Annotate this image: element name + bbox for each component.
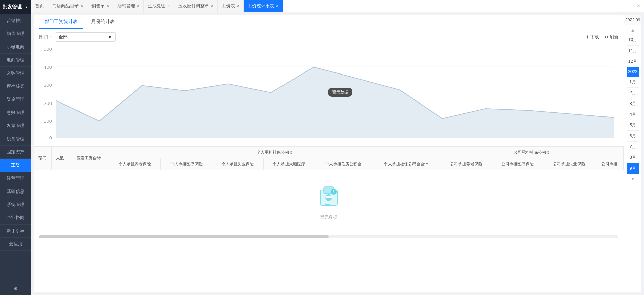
date-item-5月[interactable]: 5月	[627, 120, 639, 131]
col-个人承担养老保险: 个人承担养老保险	[109, 158, 160, 170]
sidebar-item-采购管理[interactable]: 采购管理	[0, 67, 31, 80]
main-area: 首页门店商品目录×销售单×店铺管理×生成凭证×应收应付调整单×工资表×工资统计报…	[31, 0, 644, 295]
tab-close-icon[interactable]: ×	[167, 4, 170, 8]
sidebar: 批发管理 ▲ 营销推广销售管理小畅电商电商管理采购管理库存核算资金管理总账管理发…	[0, 0, 31, 295]
sidebar-item-库存核算[interactable]: 库存核算	[0, 80, 31, 93]
sidebar-item-系统管理[interactable]: 系统管理	[0, 198, 31, 211]
sidebar-item-工资[interactable]: 工资	[0, 159, 31, 172]
tab-close-icon[interactable]: ×	[137, 4, 139, 8]
tab-门店商品目录[interactable]: 门店商品目录×	[48, 0, 87, 12]
chart-tooltip: 暂无数据	[328, 88, 352, 97]
sidebar-item-云应用[interactable]: 云应用	[0, 238, 31, 251]
sub-tab-部门工资统计表[interactable]: 部门工资统计表	[39, 15, 83, 29]
sidebar-item-小畅电商[interactable]: 小畅电商	[0, 40, 31, 54]
date-nav-up-button[interactable]: ▲	[624, 25, 641, 35]
tab-close-icon[interactable]: ×	[276, 4, 278, 8]
col-people: 人数	[51, 147, 69, 170]
content-area: 部门工资统计表月份统计表 部门： 全部 ▼ ⬇ 下载	[31, 12, 644, 295]
date-panel: 2022.09 ▲ 10月11月12月20221月2月3月4月5月6月7月8月9…	[624, 15, 641, 292]
chart-svg: 500 400 300 200 100 0	[39, 45, 618, 146]
empty-state: ? 暂无数据	[34, 170, 624, 234]
table-area[interactable]: 部门 人数 应发工资合计 个人承担社保公积金 公司承担社保公积金 个人承担养老保…	[34, 146, 624, 292]
chart-area: 500 400 300 200 100 0	[34, 45, 624, 146]
scrollbar-thumb[interactable]	[39, 235, 329, 238]
refresh-button[interactable]: ↻ 刷新	[605, 34, 618, 40]
date-panel-header: 2022.09	[624, 15, 641, 25]
date-nav-down-button[interactable]: ▼	[624, 174, 641, 183]
chevron-down-icon: ▼	[108, 35, 112, 40]
col-个人承担住房公积金: 个人承担住房公积金	[315, 158, 372, 170]
col-salary: 应发工资合计	[69, 147, 109, 170]
col-公司承担: 公司承担	[595, 158, 623, 170]
sidebar-item-固定资产[interactable]: 固定资产	[0, 146, 31, 159]
col-公司承担失业保险: 公司承担失业保险	[543, 158, 595, 170]
col-dept: 部门	[34, 147, 52, 170]
sidebar-item-销售管理[interactable]: 销售管理	[0, 27, 31, 40]
col-company-group: 公司承担社保公积金	[440, 147, 624, 158]
sidebar-item-税务管理[interactable]: 税务管理	[0, 132, 31, 146]
toolbar: 部门： 全部 ▼ ⬇ 下载 ↻ 刷新	[34, 29, 624, 45]
tab-销售单[interactable]: 销售单×	[87, 0, 113, 12]
sidebar-item-营销推广[interactable]: 营销推广	[0, 14, 31, 27]
date-item-6月[interactable]: 6月	[627, 131, 639, 142]
tab-bar-close-button[interactable]: ×	[633, 3, 644, 9]
chart-container: 500 400 300 200 100 0	[39, 45, 618, 146]
sidebar-item-总账管理[interactable]: 总账管理	[0, 106, 31, 119]
tab-close-icon[interactable]: ×	[237, 4, 239, 8]
svg-text:300: 300	[44, 83, 52, 88]
tab-店铺管理[interactable]: 店铺管理×	[113, 0, 144, 12]
tab-close-icon[interactable]: ×	[211, 4, 213, 8]
sidebar-items: 营销推广销售管理小畅电商电商管理采购管理库存核算资金管理总账管理发票管理税务管理…	[0, 14, 31, 251]
date-items: 10月11月12月20221月2月3月4月5月6月7月8月9月	[627, 35, 639, 174]
sidebar-header[interactable]: 批发管理 ▲	[0, 0, 31, 14]
col-个人承担社保公积金合计: 个人承担社保公积金合计	[372, 158, 440, 170]
date-item-4月[interactable]: 4月	[627, 109, 639, 120]
col-personal-group: 个人承担社保公积金	[109, 147, 440, 158]
date-item-11月[interactable]: 11月	[627, 46, 639, 56]
sub-tab-月份统计表[interactable]: 月份统计表	[86, 15, 120, 29]
col-个人承担大额医疗: 个人承担大额医疗	[263, 158, 315, 170]
col-公司承担养老保险: 公司承担养老保险	[440, 158, 492, 170]
col-个人承担医疗保险: 个人承担医疗保险	[160, 158, 212, 170]
gear-icon: ⚙	[14, 286, 18, 291]
date-item-10月[interactable]: 10月	[627, 35, 639, 46]
svg-rect-16	[325, 196, 332, 198]
date-item-1月[interactable]: 1月	[627, 77, 639, 88]
svg-text:?: ?	[332, 190, 334, 194]
sidebar-item-发票管理[interactable]: 发票管理	[0, 119, 31, 132]
svg-text:0: 0	[49, 135, 52, 140]
date-item-3月[interactable]: 3月	[627, 98, 639, 109]
svg-text:400: 400	[44, 65, 52, 70]
sidebar-item-基础信息[interactable]: 基础信息	[0, 185, 31, 198]
date-item-8月[interactable]: 8月	[627, 152, 639, 163]
date-year-label: 2022	[627, 67, 639, 77]
tabs-container: 首页门店商品目录×销售单×店铺管理×生成凭证×应收应付调整单×工资表×工资统计报…	[31, 0, 283, 12]
sidebar-item-经营管理[interactable]: 经营管理	[0, 172, 31, 185]
date-item-selected[interactable]: 9月	[627, 163, 639, 174]
sidebar-item-企业协同[interactable]: 企业协同	[0, 211, 31, 225]
tab-close-icon[interactable]: ×	[81, 4, 83, 8]
refresh-icon: ↻	[605, 35, 608, 40]
sidebar-item-资金管理[interactable]: 资金管理	[0, 93, 31, 106]
tab-工资统计报表[interactable]: 工资统计报表×	[244, 0, 283, 12]
tab-close-icon[interactable]: ×	[107, 4, 109, 8]
dept-value: 全部	[59, 34, 68, 40]
col-公司承担医疗保险: 公司承担医疗保险	[492, 158, 543, 170]
tab-生成凭证[interactable]: 生成凭证×	[144, 0, 174, 12]
tab-应收应付调整单[interactable]: 应收应付调整单×	[174, 0, 218, 12]
date-item-7月[interactable]: 7月	[627, 142, 639, 152]
date-item-2月[interactable]: 2月	[627, 88, 639, 98]
date-item-12月[interactable]: 12月	[627, 56, 639, 67]
horizontal-scrollbar[interactable]	[39, 235, 618, 238]
download-button[interactable]: ⬇ 下载	[585, 34, 599, 40]
sidebar-title: 批发管理	[3, 4, 22, 10]
toolbar-left: 部门： 全部 ▼	[39, 32, 116, 42]
col-个人承担失业保险: 个人承担失业保险	[212, 158, 263, 170]
sidebar-footer[interactable]: ⚙	[0, 282, 31, 295]
tab-首页[interactable]: 首页	[31, 0, 48, 12]
svg-text:100: 100	[44, 119, 52, 124]
tab-工资表[interactable]: 工资表×	[218, 0, 244, 12]
dept-select[interactable]: 全部 ▼	[55, 32, 116, 42]
sidebar-item-电商管理[interactable]: 电商管理	[0, 54, 31, 67]
sidebar-item-新手引导[interactable]: 新手引导	[0, 225, 31, 238]
